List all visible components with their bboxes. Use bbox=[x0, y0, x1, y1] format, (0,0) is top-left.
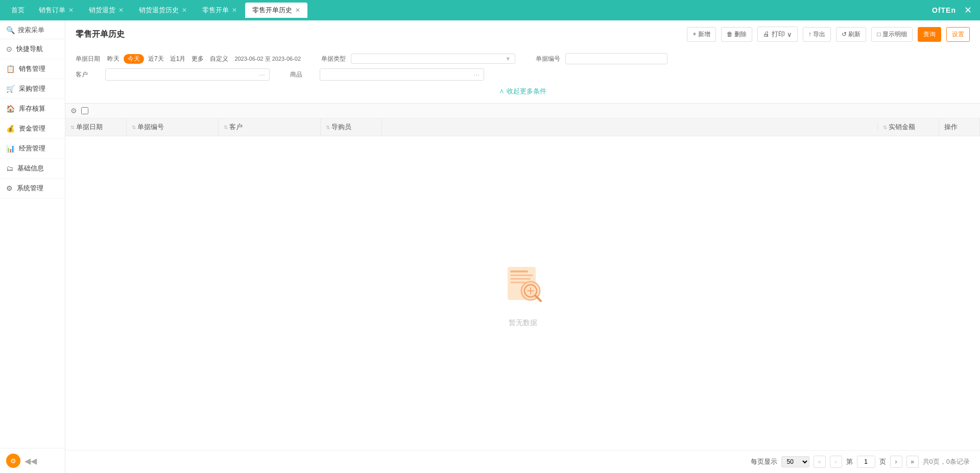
sidebar-item-label: 经营管理 bbox=[19, 144, 45, 153]
sort-icon: ⇅ bbox=[883, 125, 887, 130]
table-toolbar: ⚙ bbox=[65, 104, 980, 118]
tab-bar: 首页 销售订单 ✕ 销货退货 ✕ 销货退货历史 ✕ 零售开单 ✕ 零售开单历史 … bbox=[0, 0, 980, 20]
current-page-input[interactable] bbox=[857, 456, 875, 468]
table-settings-icon[interactable]: ⚙ bbox=[70, 107, 77, 115]
empty-area: 暂无数据 bbox=[65, 136, 980, 450]
quick-nav-icon: ⊙ bbox=[6, 45, 12, 53]
yesterday-shortcut[interactable]: 昨天 bbox=[105, 54, 122, 64]
no-input-wrap bbox=[565, 53, 667, 64]
th-customer[interactable]: ⇅ 客户 bbox=[219, 118, 321, 136]
th-guide-label: 导购员 bbox=[331, 122, 351, 132]
select-all-checkbox[interactable] bbox=[81, 107, 88, 114]
delete-button[interactable]: 🗑 删除 bbox=[721, 27, 752, 42]
th-date-label: 单据日期 bbox=[76, 122, 103, 132]
custom-shortcut[interactable]: 自定义 bbox=[208, 54, 230, 64]
settings-button[interactable]: 设置 bbox=[946, 27, 970, 42]
settings-button[interactable]: ⚙ bbox=[6, 454, 20, 468]
goods-input-wrap[interactable]: ··· bbox=[320, 68, 484, 81]
page-title: 零售开单历史 bbox=[76, 29, 125, 40]
sort-icon: ⇅ bbox=[224, 125, 228, 130]
tab-close-sales-return-history[interactable]: ✕ bbox=[182, 7, 187, 14]
sidebar-item-label: 销售管理 bbox=[19, 64, 45, 73]
date-shortcuts: 昨天 今天 近7天 近1月 更多 自定义 2023-06-02 至 2023-0… bbox=[105, 54, 301, 64]
tab-close-retail-open-history[interactable]: ✕ bbox=[295, 7, 300, 14]
th-op-label: 操作 bbox=[944, 122, 958, 132]
print-button[interactable]: 🖨 打印 ∨ bbox=[757, 27, 798, 42]
search-icon: 🔍 bbox=[6, 26, 15, 34]
customer-label: 客户 bbox=[76, 70, 101, 79]
sidebar-item-purchase-mgmt[interactable]: 🛒 采购管理 bbox=[0, 79, 65, 99]
content-area: 零售开单历史 + 新增 🗑 删除 🖨 打印 ∨ ↑ 导出 ↺ 刷新 □ 显示明细… bbox=[65, 20, 980, 473]
sidebar-item-label: 采购管理 bbox=[19, 84, 45, 93]
export-button[interactable]: ↑ 导出 bbox=[803, 27, 831, 42]
brand-text: OfTEn bbox=[932, 6, 956, 14]
inventory-icon: 🏠 bbox=[6, 105, 15, 113]
sidebar-item-basic-info[interactable]: 🗂 基础信息 bbox=[0, 159, 65, 179]
more-shortcut[interactable]: 更多 bbox=[189, 54, 206, 64]
th-guide[interactable]: ⇅ 导购员 bbox=[321, 118, 382, 136]
sort-icon: ⇅ bbox=[70, 125, 75, 130]
tab-sales-return-history[interactable]: 销货退货历史 ✕ bbox=[132, 3, 194, 18]
refresh-button[interactable]: ↺ 刷新 bbox=[836, 27, 866, 42]
th-no-label: 单据编号 bbox=[137, 122, 164, 132]
svg-rect-2 bbox=[510, 275, 533, 276]
sidebar-item-label: 资金管理 bbox=[19, 124, 45, 133]
prev-page-button[interactable]: ‹ bbox=[830, 456, 842, 468]
tab-close-sales-return[interactable]: ✕ bbox=[118, 7, 124, 14]
tab-retail-open-history[interactable]: 零售开单历史 ✕ bbox=[245, 3, 307, 18]
tab-close-sales-order[interactable]: ✕ bbox=[68, 7, 74, 14]
add-button[interactable]: + 新增 bbox=[687, 27, 715, 42]
first-page-button[interactable]: « bbox=[814, 456, 826, 468]
type-select-arrow: ▼ bbox=[505, 56, 511, 62]
content-header: 零售开单历史 + 新增 🗑 删除 🖨 打印 ∨ ↑ 导出 ↺ 刷新 □ 显示明细… bbox=[65, 20, 980, 104]
sidebar-item-finance[interactable]: 💰 资金管理 bbox=[0, 119, 65, 139]
window-close-button[interactable]: ✕ bbox=[960, 5, 976, 16]
today-shortcut[interactable]: 今天 bbox=[124, 54, 144, 64]
last-page-button[interactable]: » bbox=[906, 456, 919, 468]
sidebar: 🔍 搜索采单 ⊙ 快捷导航 📋 销售管理 🛒 采购管理 🏠 库存核算 💰 资金管… bbox=[0, 20, 65, 473]
sort-icon: ⇅ bbox=[132, 125, 136, 130]
customer-input-wrap[interactable]: ··· bbox=[105, 68, 270, 81]
customer-dots: ··· bbox=[259, 70, 265, 79]
sidebar-item-label: 基础信息 bbox=[17, 164, 44, 173]
sidebar-item-label: 快捷导航 bbox=[16, 44, 43, 54]
no-label: 单据编号 bbox=[536, 55, 561, 63]
tab-retail-open[interactable]: 零售开单 ✕ bbox=[195, 3, 244, 18]
type-select[interactable]: ▼ bbox=[351, 54, 515, 64]
date-range-display: 2023-06-02 至 2023-06-02 bbox=[234, 55, 301, 63]
sidebar-item-operations[interactable]: 📊 经营管理 bbox=[0, 139, 65, 159]
1month-shortcut[interactable]: 近1月 bbox=[168, 54, 188, 64]
tab-bar-right: OfTEn ✕ bbox=[932, 5, 976, 16]
7days-shortcut[interactable]: 近7天 bbox=[146, 54, 166, 64]
pagination: 每页显示 10 20 50 100 « ‹ 第 页 › » 共0页，0条记录 bbox=[65, 450, 980, 473]
sidebar-search-label: 搜索采单 bbox=[18, 26, 44, 35]
sidebar-item-sales-mgmt[interactable]: 📋 销售管理 bbox=[0, 59, 65, 79]
tab-home[interactable]: 首页 bbox=[4, 6, 32, 15]
date-label: 单据日期 bbox=[76, 55, 101, 63]
page-label-before: 第 bbox=[846, 457, 853, 466]
toolbar: + 新增 🗑 删除 🖨 打印 ∨ ↑ 导出 ↺ 刷新 □ 显示明细 查询 设置 bbox=[687, 27, 970, 42]
page-size-select[interactable]: 10 20 50 100 bbox=[781, 456, 809, 467]
collapse-sidebar-button[interactable]: ◀◀ bbox=[25, 456, 37, 466]
collapse-button[interactable]: ∧ 收起更多条件 bbox=[76, 85, 970, 98]
sales-mgmt-icon: 📋 bbox=[6, 65, 15, 73]
query-button[interactable]: 查询 bbox=[918, 27, 941, 42]
sidebar-search[interactable]: 🔍 搜索采单 bbox=[0, 20, 65, 39]
sidebar-item-inventory[interactable]: 🏠 库存核算 bbox=[0, 99, 65, 119]
th-no[interactable]: ⇅ 单据编号 bbox=[127, 118, 219, 136]
sidebar-item-system-mgmt[interactable]: ⚙ 系统管理 bbox=[0, 179, 65, 198]
th-amount[interactable]: ⇅ 实销金额 bbox=[878, 118, 939, 136]
display-detail-button[interactable]: □ 显示明细 bbox=[871, 27, 913, 42]
no-input[interactable] bbox=[570, 55, 663, 62]
empty-illustration bbox=[497, 259, 548, 310]
th-op: 操作 bbox=[939, 118, 980, 136]
th-date[interactable]: ⇅ 单据日期 bbox=[65, 118, 127, 136]
collapse-label: ∧ 收起更多条件 bbox=[499, 87, 546, 96]
tab-close-retail-open[interactable]: ✕ bbox=[232, 7, 237, 14]
tab-sales-order[interactable]: 销售订单 ✕ bbox=[32, 3, 81, 18]
tab-sales-return[interactable]: 销货退货 ✕ bbox=[82, 3, 131, 18]
type-label: 单据类型 bbox=[321, 55, 347, 63]
next-page-button[interactable]: › bbox=[890, 456, 902, 468]
th-spacer bbox=[382, 123, 878, 131]
sidebar-item-quick-nav[interactable]: ⊙ 快捷导航 bbox=[0, 39, 65, 59]
